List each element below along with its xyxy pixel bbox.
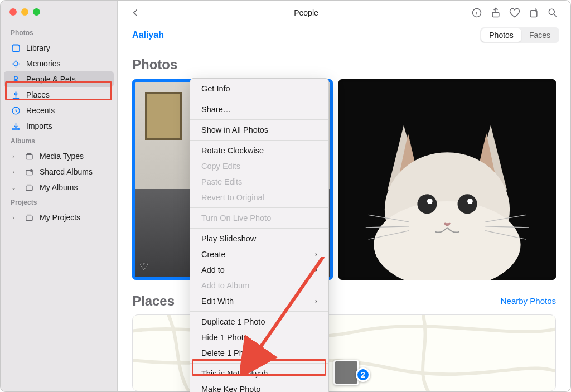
toolbar-title: People <box>148 8 464 17</box>
rotate-button[interactable] <box>527 6 540 20</box>
menu-separator <box>190 119 328 120</box>
sidebar-section-projects: Projects <box>1 195 117 210</box>
sidebar-item-label: My Projects <box>40 213 80 222</box>
svg-rect-13 <box>530 11 537 17</box>
menu-separator <box>190 311 328 312</box>
chevron-right-icon: › <box>11 214 16 221</box>
menu-add-to-album: Add to Album <box>190 278 328 293</box>
sidebar-item-label: Recents <box>26 106 55 115</box>
sidebar: Photos Library Memories People & Pets Pl… <box>1 1 118 391</box>
chevron-right-icon: › <box>315 250 317 258</box>
media-types-icon <box>24 151 34 161</box>
places-header: Places Nearby Photos <box>118 280 570 314</box>
minimize-window-button[interactable] <box>21 8 28 16</box>
sidebar-item-imports[interactable]: Imports <box>1 118 117 134</box>
sidebar-item-label: Places <box>26 90 50 99</box>
sidebar-item-places[interactable]: Places <box>1 87 117 103</box>
sidebar-item-label: People & Pets <box>26 75 76 84</box>
svg-rect-5 <box>12 128 18 130</box>
menu-revert: Revert to Original <box>190 190 328 205</box>
subheader: Aaliyah Photos Faces <box>118 23 570 49</box>
photos-section-title: Photos <box>118 57 570 79</box>
places-section-title: Places <box>132 293 175 309</box>
sidebar-section-albums: Albums <box>1 134 117 148</box>
svg-rect-7 <box>26 170 32 175</box>
chevron-down-icon: ⌄ <box>11 184 16 191</box>
sidebar-item-people-pets[interactable]: People & Pets <box>4 71 114 87</box>
menu-separator <box>190 228 328 229</box>
sidebar-item-memories[interactable]: Memories <box>1 56 117 71</box>
chevron-right-icon: › <box>315 297 317 305</box>
tab-photos[interactable]: Photos <box>481 28 521 42</box>
menu-rotate[interactable]: Rotate Clockwise <box>190 143 328 158</box>
toolbar: People <box>118 1 570 23</box>
svg-point-1 <box>13 61 17 65</box>
svg-rect-10 <box>26 216 32 220</box>
svg-rect-9 <box>26 186 32 190</box>
menu-play-slideshow[interactable]: Play Slideshow <box>190 231 328 246</box>
sidebar-item-my-projects[interactable]: › My Projects <box>1 210 117 225</box>
menu-not-person[interactable]: This is Not Aaliyah <box>190 366 328 381</box>
people-pets-icon <box>11 74 21 84</box>
sidebar-item-library[interactable]: Library <box>1 40 117 56</box>
menu-make-key[interactable]: Make Key Photo <box>190 381 328 392</box>
back-button[interactable] <box>129 6 142 20</box>
svg-point-20 <box>427 199 433 204</box>
person-name[interactable]: Aaliyah <box>132 30 164 40</box>
svg-rect-0 <box>12 46 20 51</box>
menu-separator <box>190 99 328 99</box>
library-icon <box>11 43 21 53</box>
map-photo-thumbnail[interactable] <box>333 360 359 385</box>
chevron-right-icon: › <box>11 153 16 159</box>
my-albums-icon <box>24 182 34 192</box>
svg-rect-6 <box>26 154 32 159</box>
menu-hide[interactable]: Hide 1 Photo <box>190 330 328 345</box>
menu-add-to[interactable]: Add to › <box>190 262 328 278</box>
favorite-button[interactable] <box>508 6 521 20</box>
sidebar-item-recents[interactable]: Recents <box>1 103 117 118</box>
divider <box>118 49 570 49</box>
svg-point-14 <box>549 9 554 14</box>
window-controls <box>1 6 117 26</box>
chevron-right-icon: › <box>315 266 317 274</box>
menu-edit-with[interactable]: Edit With › <box>190 293 328 309</box>
view-tabs: Photos Faces <box>480 27 559 43</box>
close-window-button[interactable] <box>9 8 17 16</box>
sidebar-item-label: Imports <box>26 122 52 130</box>
menu-paste-edits: Paste Edits <box>190 174 328 190</box>
menu-item-label: Edit With <box>201 297 234 306</box>
menu-separator <box>190 363 328 364</box>
sidebar-item-my-albums[interactable]: ⌄ My Albums <box>1 180 117 195</box>
cat-image <box>338 79 556 280</box>
tab-faces[interactable]: Faces <box>521 28 558 42</box>
svg-point-19 <box>458 194 477 214</box>
sidebar-item-shared-albums[interactable]: › Shared Albums <box>1 164 117 180</box>
sidebar-item-label: Memories <box>26 59 60 68</box>
svg-point-21 <box>467 199 473 204</box>
sidebar-section-photos: Photos <box>1 26 117 40</box>
menu-separator <box>190 207 328 208</box>
search-button[interactable] <box>546 6 559 20</box>
sidebar-item-label: Shared Albums <box>40 167 93 176</box>
menu-copy-edits: Copy Edits <box>190 158 328 174</box>
sidebar-item-label: Library <box>26 43 50 52</box>
fullscreen-window-button[interactable] <box>33 8 40 16</box>
places-icon <box>11 90 21 100</box>
menu-show-in-all[interactable]: Show in All Photos <box>190 122 328 138</box>
menu-create[interactable]: Create › <box>190 246 328 262</box>
photo-thumbnail[interactable] <box>338 79 556 280</box>
sidebar-item-label: My Albums <box>40 183 78 192</box>
nearby-photos-link[interactable]: Nearby Photos <box>501 296 556 306</box>
sidebar-item-media-types[interactable]: › Media Types <box>1 148 117 164</box>
menu-share[interactable]: Share… <box>190 101 328 117</box>
map-count-badge[interactable]: 2 <box>356 367 370 382</box>
menu-get-info[interactable]: Get Info <box>190 81 328 96</box>
heart-icon: ♡ <box>139 260 148 273</box>
menu-separator <box>190 140 328 141</box>
info-button[interactable] <box>470 6 483 20</box>
svg-point-18 <box>417 194 437 214</box>
menu-delete[interactable]: Delete 1 Photo <box>190 345 328 361</box>
share-button[interactable] <box>489 6 502 20</box>
chevron-right-icon: › <box>11 168 16 175</box>
menu-duplicate[interactable]: Duplicate 1 Photo <box>190 314 328 330</box>
